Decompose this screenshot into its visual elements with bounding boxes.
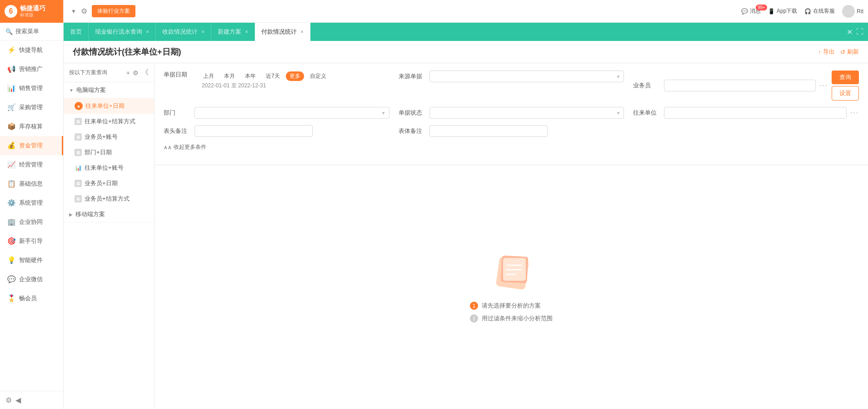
date-tab-last-month[interactable]: 上月 (199, 71, 218, 82)
tab-home[interactable]: 首页 (64, 23, 89, 41)
empty-step-2: 2 用过滤条件来缩小分析范围 (470, 314, 553, 323)
refresh-icon: ↺ (840, 49, 845, 56)
scheme-item-dept-date[interactable]: ▦ 部门+日期 (64, 145, 154, 160)
staff-more-icon[interactable]: ··· (819, 81, 828, 90)
sidebar-item-purchase[interactable]: 🛒 采购管理 (0, 98, 63, 117)
sidebar-item-system[interactable]: ⚙️ 系统管理 (0, 193, 63, 212)
tabs-expand-icon[interactable]: ⛶ (856, 28, 863, 36)
add-scheme-icon[interactable]: + (126, 69, 130, 76)
collapse-filter-button[interactable]: ∧∧ 收起更多条件 (164, 140, 859, 155)
scheme-item-staff-account[interactable]: ▦ 业务员+账号 (64, 129, 154, 145)
sidebar-item-wechat[interactable]: 💬 企业微信 (0, 270, 63, 289)
query-button[interactable]: 查询 (832, 71, 859, 84)
staff-input[interactable] (664, 80, 815, 91)
scheme-icon-unit-account: 📊 (75, 164, 82, 172)
sidebar-search[interactable]: 🔍 搜索菜单 (0, 23, 63, 40)
left-panel-header-actions: + ⚙ 《 (126, 68, 149, 77)
search-icon: 🔍 (5, 28, 13, 35)
tab-payment-stats-close[interactable]: × (300, 29, 304, 35)
header-user[interactable]: Rit (842, 5, 863, 18)
unit-label: 往来单位 (633, 109, 660, 117)
sidebar-item-quick-nav[interactable]: ⚡ 快捷导航 (0, 40, 63, 60)
tab-new-scheme[interactable]: 新建方案 × (211, 23, 255, 41)
scheme-item-staff-date[interactable]: ▦ 业务员+日期 (64, 176, 154, 191)
sidebar-item-smart-hw[interactable]: 💡 智能硬件 (0, 251, 63, 270)
dept-input[interactable] (195, 107, 389, 119)
content-area: 按以下方案查询 + ⚙ 《 ▼ 电脑端方案 ● 往来单位+日期 ▦ (64, 63, 868, 409)
sidebar-item-label: 企业协同 (19, 218, 43, 226)
unit-more-icon[interactable]: ··· (850, 109, 859, 117)
sidebar-item-marketing[interactable]: 📢 营销推广 (0, 60, 63, 79)
sidebar-item-sales[interactable]: 📊 销售管理 (0, 79, 63, 98)
tab-bank-flow[interactable]: 现金银行流水查询 × (89, 23, 156, 41)
collapse-panel-icon[interactable]: 《 (141, 68, 149, 77)
member-icon: 🎖️ (7, 294, 15, 303)
tab-payment-stats[interactable]: 付款情况统计 × (255, 23, 310, 41)
header: ▼ ⚙ 体验行业方案 💬 消息 99+ 📱 App下载 🎧 在线客服 Rit (64, 0, 868, 23)
source-dropdown-icon: ▼ (616, 74, 620, 79)
export-button[interactable]: ↑ 导出 (818, 48, 835, 56)
filter-collapse-row: ∧∧ 收起更多条件 (164, 137, 859, 157)
scheme-item-staff-settlement[interactable]: ▦ 业务员+结算方式 (64, 191, 154, 207)
mobile-group-header[interactable]: ▶ 移动端方案 (64, 207, 154, 222)
date-tab-more[interactable]: 更多 (286, 71, 304, 81)
search-label: 搜索菜单 (15, 27, 39, 35)
page-header: 付款情况统计(往来单位+日期) ↑ 导出 ↺ 刷新 (64, 41, 868, 63)
body-remark-input[interactable] (429, 125, 548, 137)
scheme-item-unit-date[interactable]: ● 往来单位+日期 (64, 98, 154, 114)
sidebar-item-finance[interactable]: 💰 资金管理 (0, 136, 63, 155)
sidebar-item-operation[interactable]: 📈 经营管理 (0, 155, 63, 174)
tabs-actions: ✕ ⛶ (842, 23, 868, 41)
scheme-label-unit-date: 往来单位+日期 (85, 102, 125, 110)
date-tab-7days[interactable]: 近7天 (262, 71, 284, 82)
sidebar-item-inventory[interactable]: 📦 库存核算 (0, 117, 63, 136)
sidebar-item-label: 营销推广 (19, 65, 43, 73)
header-dropdown[interactable]: ▼ (71, 8, 76, 15)
doc-status-input[interactable] (429, 107, 624, 119)
scheme-label-staff-date: 业务员+日期 (85, 179, 118, 187)
source-input[interactable] (429, 71, 624, 82)
system-icon: ⚙️ (7, 199, 15, 207)
trial-button[interactable]: 体验行业方案 (92, 5, 135, 17)
username: Rit (857, 8, 863, 15)
tab-bank-flow-close[interactable]: × (146, 29, 149, 35)
settings-button[interactable]: 设置 (832, 86, 859, 101)
tabs-close-all-icon[interactable]: ✕ (847, 28, 853, 36)
scheme-item-unit-settlement[interactable]: ▦ 往来单位+结算方式 (64, 114, 154, 129)
date-tab-this-year[interactable]: 本年 (241, 71, 260, 82)
sidebar-item-basic-info[interactable]: 📋 基础信息 (0, 174, 63, 193)
header-settings-icon[interactable]: ⚙ (81, 7, 87, 15)
header-msg[interactable]: 💬 消息 99+ (741, 7, 761, 15)
mobile-group-arrow: ▶ (69, 212, 73, 217)
tab-receipt-stats-close[interactable]: × (201, 29, 205, 35)
settings-scheme-icon[interactable]: ⚙ (133, 69, 139, 76)
sidebar-item-enterprise[interactable]: 🏢 企业协同 (0, 212, 63, 232)
header-app-download[interactable]: 📱 App下载 (768, 7, 797, 15)
sidebar-settings-btn[interactable]: ⚙ (5, 396, 12, 404)
wechat-icon: 💬 (7, 275, 15, 283)
unit-input[interactable] (664, 107, 846, 119)
sidebar-item-guide[interactable]: 🎯 新手引导 (0, 232, 63, 251)
tab-new-scheme-close[interactable]: × (245, 29, 248, 35)
desktop-group-header[interactable]: ▼ 电脑端方案 (64, 82, 154, 98)
date-tab-custom[interactable]: 自定义 (306, 71, 330, 82)
app-name: 畅捷通巧 (20, 5, 45, 12)
refresh-button[interactable]: ↺ 刷新 (840, 48, 859, 56)
empty-state: 1 请先选择要分析的方案 2 用过滤条件来缩小分析范围 (155, 165, 868, 409)
date-tab-this-month[interactable]: 本月 (220, 71, 239, 82)
desktop-group-arrow: ▼ (69, 88, 74, 93)
sidebar-item-member[interactable]: 🎖️ 畅会员 (0, 289, 63, 308)
header-logo-area: ▼ (68, 8, 76, 15)
step-2-text: 用过滤条件来缩小分析范围 (482, 314, 553, 323)
desktop-scheme-group: ▼ 电脑端方案 ● 往来单位+日期 ▦ 往来单位+结算方式 ▦ 业务员+账号 ▦ (64, 82, 154, 207)
smart-hw-icon: 💡 (7, 256, 15, 264)
tab-home-label: 首页 (70, 28, 82, 36)
tab-bank-flow-label: 现金银行流水查询 (95, 28, 142, 36)
header-service[interactable]: 🎧 在线客服 (804, 7, 835, 15)
sidebar-item-label: 经营管理 (19, 161, 43, 169)
header-remark-input[interactable] (195, 125, 313, 137)
sidebar-collapse-btn[interactable]: ◀ (15, 396, 21, 404)
tab-receipt-stats[interactable]: 收款情况统计 × (156, 23, 211, 41)
empty-step-1: 1 请先选择要分析的方案 (470, 302, 553, 310)
scheme-item-unit-account[interactable]: 📊 往来单位+账号 (64, 160, 154, 176)
